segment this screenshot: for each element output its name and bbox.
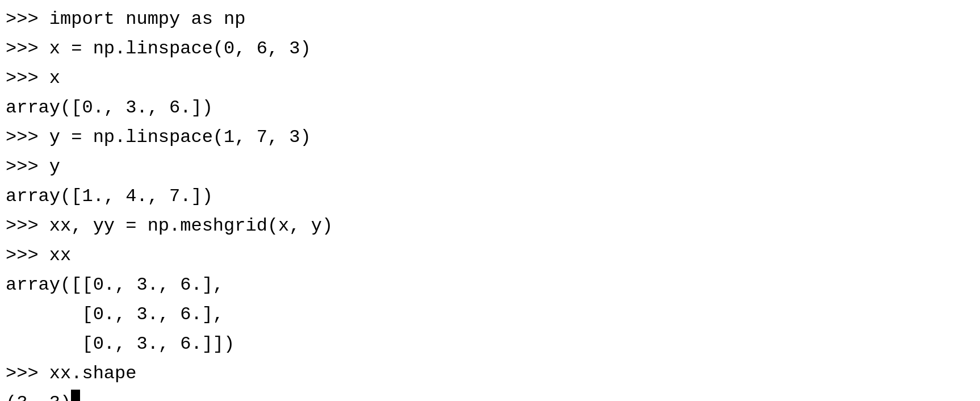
code-text: array([0., 3., 6.]) (6, 94, 213, 122)
prompt: >>> (6, 153, 49, 181)
terminal-line: array([0., 3., 6.]) (0, 93, 980, 123)
terminal-line: >>> xx.shape (0, 359, 980, 389)
code-text: xx.shape (49, 360, 137, 387)
code-text: x (49, 65, 60, 92)
prompt: >>> (6, 65, 49, 92)
terminal[interactable]: >>> import numpy as np>>> x = np.linspac… (0, 0, 980, 401)
prompt: >>> (6, 360, 49, 387)
code-text: array([[0., 3., 6.], (6, 271, 224, 299)
code-text: x = np.linspace(0, 6, 3) (49, 35, 311, 62)
code-text: import numpy as np (49, 6, 246, 33)
code-text: xx (49, 242, 71, 269)
code-text: [0., 3., 6.], (6, 301, 224, 328)
terminal-line: >>> import numpy as np (0, 5, 980, 34)
prompt: >>> (6, 124, 49, 151)
code-text: xx, yy = np.meshgrid(x, y) (49, 212, 333, 240)
code-text: y (49, 153, 60, 181)
prompt: >>> (6, 242, 49, 269)
code-text: array([1., 4., 7.]) (6, 183, 213, 210)
terminal-line: array([[0., 3., 6.], (0, 270, 980, 300)
prompt: >>> (6, 6, 49, 33)
terminal-line: >>> xx (0, 241, 980, 270)
terminal-line: [0., 3., 6.], (0, 300, 980, 329)
terminal-line: >>> y (0, 152, 980, 182)
terminal-line: >>> y = np.linspace(1, 7, 3) (0, 123, 980, 152)
prompt: >>> (6, 212, 49, 240)
code-text: y = np.linspace(1, 7, 3) (49, 124, 311, 151)
terminal-line: array([1., 4., 7.]) (0, 182, 980, 211)
cursor (71, 390, 80, 401)
terminal-line: [0., 3., 6.]]) (0, 329, 980, 359)
terminal-line: >>> xx, yy = np.meshgrid(x, y) (0, 211, 980, 241)
terminal-line: >>> x = np.linspace(0, 6, 3) (0, 34, 980, 64)
code-text: (3, 3) (6, 390, 71, 401)
code-text: [0., 3., 6.]]) (6, 331, 234, 358)
prompt: >>> (6, 35, 49, 62)
terminal-line: (3, 3) (0, 389, 980, 401)
terminal-line: >>> x (0, 64, 980, 93)
